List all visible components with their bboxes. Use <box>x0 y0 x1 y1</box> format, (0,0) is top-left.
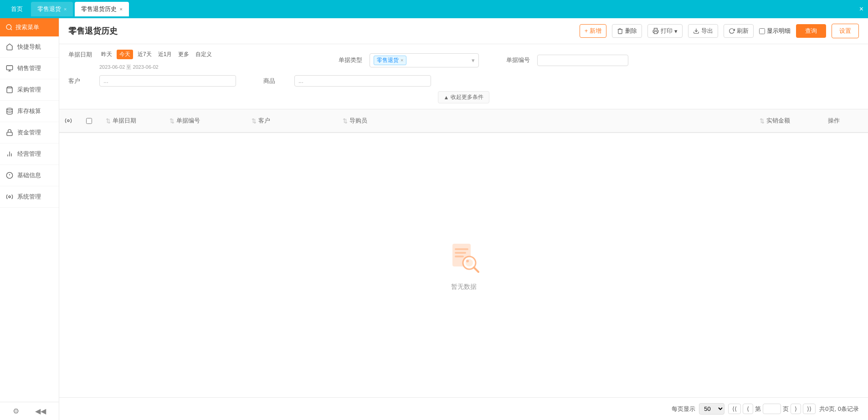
customer-filter-label: 客户 <box>68 77 96 85</box>
home-icon <box>5 43 14 51</box>
th-customer[interactable]: ⇅ 客户 <box>246 113 337 128</box>
page-size-label: 每页显示 <box>672 405 695 413</box>
sidebar-item-finance-label: 资金管理 <box>17 128 41 137</box>
system-icon <box>5 193 14 201</box>
number-filter-label: 单据编号 <box>506 56 534 64</box>
sidebar-item-sales[interactable]: 销售管理 <box>0 58 59 79</box>
type-dropdown[interactable]: 零售退货 × ▾ <box>370 53 479 67</box>
sidebar-item-purchase-label: 采购管理 <box>17 86 41 94</box>
page-number-input[interactable]: 1 <box>763 404 781 414</box>
inventory-icon <box>5 107 14 115</box>
th-checkbox[interactable] <box>77 114 100 128</box>
sidebar-search-label: 搜索菜单 <box>15 23 39 31</box>
delete-icon <box>617 28 623 34</box>
date-opt-today[interactable]: 今天 <box>117 50 133 59</box>
top-bar: 首页 零售退货 × 零售退货历史 × × <box>0 0 868 18</box>
th-amount[interactable]: ⇅ 实销金额 <box>754 113 822 128</box>
collapse-label: 收起更多条件 <box>451 93 483 101</box>
print-button[interactable]: 打印 ▾ <box>647 24 683 38</box>
tab-retail-return-history[interactable]: 零售退货历史 × <box>75 2 128 16</box>
th-action-label: 操作 <box>828 117 840 125</box>
sidebar-item-info[interactable]: 基础信息 <box>0 165 59 186</box>
th-date[interactable]: ⇅ 单据日期 <box>100 113 164 128</box>
export-label: 导出 <box>701 27 713 35</box>
customer-input[interactable]: ... <box>99 75 236 87</box>
sidebar-item-purchase[interactable]: 采购管理 <box>0 79 59 101</box>
svg-rect-18 <box>455 248 468 250</box>
tab-home[interactable]: 首页 <box>5 2 29 16</box>
tab-retail-return-history-label: 零售退货历史 <box>81 5 117 13</box>
page-last-btn[interactable]: ⟩⟩ <box>803 404 816 414</box>
type-tag-remove[interactable]: × <box>401 57 403 63</box>
empty-state: 暂无数据 <box>59 133 868 397</box>
date-opt-yesterday[interactable]: 昨天 <box>99 50 114 59</box>
date-range-display: 2023-06-02 至 2023-06-02 <box>68 64 311 71</box>
sidebar-item-system-label: 系统管理 <box>17 193 41 201</box>
date-options: 昨天 今天 近7天 近1月 更多 自定义 <box>99 50 214 59</box>
new-button[interactable]: + 新增 <box>580 24 606 38</box>
sales-icon <box>5 64 14 72</box>
th-date-icon: ⇅ <box>106 118 111 124</box>
settings-gear-icon[interactable]: ⚙ <box>13 407 19 415</box>
date-opt-more[interactable]: 更多 <box>176 50 191 59</box>
sidebar-item-inventory-label: 库存核算 <box>17 107 41 115</box>
page-next-btn[interactable]: ⟩ <box>791 404 801 414</box>
page-first-btn[interactable]: ⟨⟨ <box>728 404 741 414</box>
tab-retail-return[interactable]: 零售退货 × <box>31 2 73 16</box>
select-all-checkbox[interactable] <box>86 118 92 124</box>
collapse-button[interactable]: ▲ 收起更多条件 <box>438 91 490 103</box>
show-detail-checkbox[interactable] <box>759 28 765 34</box>
svg-rect-14 <box>654 31 657 34</box>
number-filter: 单据编号 <box>506 55 628 66</box>
sidebar-item-quicknav[interactable]: 快捷导航 <box>0 36 59 58</box>
page-header: 零售退货历史 + 新增 删除 打印 ▾ 导出 刷新 <box>59 18 868 44</box>
date-opt-custom[interactable]: 自定义 <box>194 50 214 59</box>
sidebar-item-system[interactable]: 系统管理 <box>0 186 59 208</box>
refresh-icon <box>729 28 735 34</box>
type-filter: 单据类型 零售退货 × ▾ <box>339 53 479 67</box>
search-icon <box>5 24 13 31</box>
th-settings[interactable] <box>59 113 77 128</box>
table-header: ⇅ 单据日期 ⇅ 单据编号 ⇅ 客户 ⇅ 导购员 ⇅ 实销金额 <box>59 109 868 133</box>
window-close-btn[interactable]: × <box>859 5 863 13</box>
tab-home-label: 首页 <box>11 5 23 13</box>
empty-text: 暂无数据 <box>451 283 477 291</box>
finance-icon <box>5 128 14 137</box>
query-button[interactable]: 查询 <box>796 24 826 38</box>
header-actions: + 新增 删除 打印 ▾ 导出 刷新 <box>580 24 859 38</box>
column-settings-icon[interactable] <box>65 117 72 124</box>
delete-button[interactable]: 删除 <box>612 24 642 38</box>
svg-rect-20 <box>455 256 464 257</box>
number-filter-input[interactable] <box>537 55 628 66</box>
th-guide[interactable]: ⇅ 导购员 <box>337 113 428 128</box>
sidebar-search[interactable]: 搜索菜单 <box>0 18 59 36</box>
tab-retail-return-history-close[interactable]: × <box>119 6 122 12</box>
sidebar-item-business-label: 经营管理 <box>17 150 41 158</box>
show-detail-checkbox-label[interactable]: 显示明细 <box>759 27 791 35</box>
volume-icon[interactable]: ◀◀ <box>35 407 46 415</box>
customer-ellipsis[interactable]: ... <box>103 77 108 84</box>
svg-point-24 <box>466 260 469 262</box>
main-layout: 搜索菜单 快捷导航 销售管理 采购管理 <box>0 18 868 420</box>
export-button[interactable]: 导出 <box>688 24 718 38</box>
print-label: 打印 <box>661 27 673 35</box>
goods-ellipsis[interactable]: ... <box>298 77 303 84</box>
th-date-label: 单据日期 <box>113 117 136 125</box>
tab-retail-return-close[interactable]: × <box>64 6 67 12</box>
th-amount-icon: ⇅ <box>760 118 765 124</box>
sidebar-item-finance[interactable]: 资金管理 <box>0 122 59 143</box>
print-icon <box>652 28 659 34</box>
goods-input[interactable]: ... <box>294 75 431 87</box>
th-number[interactable]: ⇅ 单据编号 <box>164 113 246 128</box>
business-icon <box>5 150 14 158</box>
page-size-select[interactable]: 50 10 20 100 <box>699 403 724 415</box>
date-opt-1month[interactable]: 近1月 <box>156 50 174 59</box>
sidebar-item-inventory[interactable]: 库存核算 <box>0 101 59 122</box>
sidebar-item-business[interactable]: 经营管理 <box>0 143 59 165</box>
date-opt-7days[interactable]: 近7天 <box>136 50 154 59</box>
page-prev-btn[interactable]: ⟨ <box>743 404 753 414</box>
purchase-icon <box>5 86 14 94</box>
refresh-button[interactable]: 刷新 <box>724 24 754 38</box>
setting-button[interactable]: 设置 <box>832 24 859 38</box>
svg-point-0 <box>6 25 11 30</box>
